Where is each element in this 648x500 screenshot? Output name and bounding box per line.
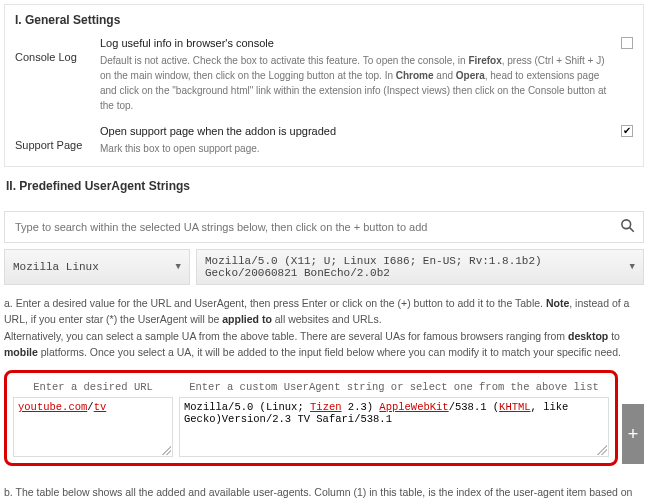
console-log-label: Console Log (15, 37, 90, 63)
ua-entry-header: Enter a custom UserAgent string or selec… (179, 379, 609, 397)
support-page-title: Open support page when the addon is upgr… (100, 125, 615, 137)
ua-select[interactable]: Mozilla/5.0 (X11; U; Linux I686; En-US; … (196, 249, 644, 285)
resize-grip-icon[interactable] (161, 445, 171, 455)
os-select[interactable]: Mozilla Linux ▼ (4, 249, 190, 285)
console-log-checkbox[interactable] (621, 37, 633, 49)
ua-entry-col: Enter a custom UserAgent string or selec… (179, 379, 609, 457)
console-log-desc: Default is not active. Check the box to … (100, 53, 615, 113)
ua-dropdown-row: Mozilla Linux ▼ Mozilla/5.0 (X11; U; Lin… (4, 249, 644, 285)
support-page-checkbox[interactable] (621, 125, 633, 137)
chevron-down-icon: ▼ (630, 262, 635, 272)
url-input[interactable]: youtube.com/tv (13, 397, 173, 457)
os-select-value: Mozilla Linux (13, 261, 99, 273)
instruction-a: a. Enter a desired value for the URL and… (4, 295, 644, 360)
ua-entry-box: Enter a desired URL youtube.com/tv Enter… (4, 370, 618, 466)
ua-search-input[interactable] (13, 220, 620, 234)
ua-select-value: Mozilla/5.0 (X11; U; Linux I686; En-US; … (205, 255, 624, 279)
chevron-down-icon: ▼ (176, 262, 181, 272)
support-page-label: Support Page (15, 125, 90, 151)
url-entry-col: Enter a desired URL youtube.com/tv (13, 379, 173, 457)
instruction-b: b. The table below shows all the added a… (4, 484, 644, 500)
svg-line-1 (629, 227, 633, 231)
svg-point-0 (622, 220, 631, 229)
resize-grip-icon[interactable] (597, 445, 607, 455)
add-ua-button[interactable]: + (622, 404, 644, 464)
ua-input[interactable]: Mozilla/5.0 (Linux; Tizen 2.3) AppleWebK… (179, 397, 609, 457)
console-log-row: Console Log Log useful info in browser's… (15, 37, 633, 113)
url-entry-header: Enter a desired URL (13, 379, 173, 397)
console-log-title: Log useful info in browser's console (100, 37, 615, 49)
predefined-ua-title: II. Predefined UserAgent Strings (4, 179, 644, 201)
ua-search-bar (4, 211, 644, 243)
support-page-desc: Mark this box to open support page. (100, 141, 615, 156)
general-settings-title: I. General Settings (15, 13, 633, 27)
general-settings-panel: I. General Settings Console Log Log usef… (4, 4, 644, 167)
support-page-row: Support Page Open support page when the … (15, 125, 633, 156)
search-icon[interactable] (620, 218, 635, 236)
